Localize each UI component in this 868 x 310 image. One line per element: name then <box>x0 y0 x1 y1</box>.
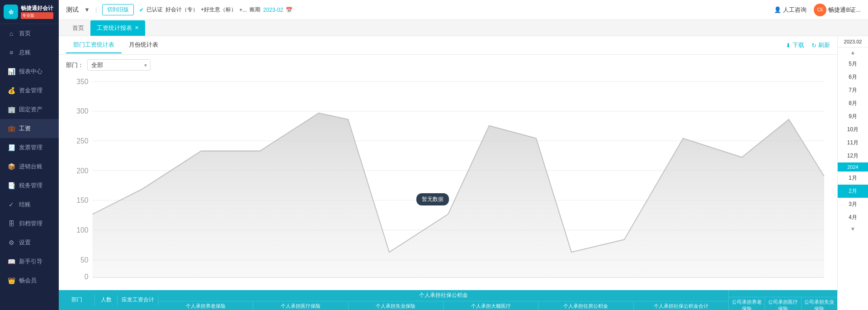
date-nav-up[interactable]: ▲ <box>838 48 868 57</box>
tooltip-text: 暂无数据 <box>422 196 443 202</box>
svg-text:50: 50 <box>80 255 88 264</box>
salary-icon: 💼 <box>7 125 15 132</box>
header-status: ✔ 已认证 好会计（专） +好生意（标） +... 账期 2023-02 📅 <box>139 6 292 14</box>
svg-text:250: 250 <box>76 136 88 145</box>
company-group-children: 公司承担养老保险 公司承担医疗保险 公司承担失业保险 <box>729 297 837 310</box>
sidebar-label-guide: 新手引导 <box>19 258 42 266</box>
sidebar-label-reports: 报表中心 <box>19 67 42 76</box>
sub-tab-dept[interactable]: 部门工资统计表 <box>66 37 122 53</box>
sidebar-label-trade: 进销台账 <box>19 162 42 171</box>
toolbar: 部门： 全部 财务部 销售部 技术部 ▼ <box>59 55 837 75</box>
svg-text:300: 300 <box>76 107 88 115</box>
sidebar-label-archive: 归档管理 <box>19 219 42 228</box>
sidebar-item-settle[interactable]: ✓ 结账 <box>0 195 59 214</box>
date-month-10[interactable]: 10月 <box>838 123 868 136</box>
sidebar-item-settings[interactable]: ⚙ 设置 <box>0 233 59 252</box>
tab-home[interactable]: 首页 <box>66 20 90 36</box>
sidebar-item-home[interactable]: ⌂ 首页 <box>0 24 59 43</box>
tab-close-icon[interactable]: ✕ <box>135 25 139 31</box>
support-btn[interactable]: 👤 人工咨询 <box>774 6 807 14</box>
sidebar-label-settle: 结账 <box>19 200 31 209</box>
toolbar-right: ⬇ 下载 ↻ 刷新 <box>786 41 830 49</box>
good-account-label: 好会计（专） <box>165 6 198 14</box>
member-icon: 👑 <box>7 277 15 284</box>
sidebar-item-assets[interactable]: 🏢 固定资产 <box>0 100 59 119</box>
svg-text:150: 150 <box>76 196 88 205</box>
col-salary-total: 应发工资合计 <box>118 295 158 305</box>
sidebar-item-invoice[interactable]: 🧾 发票管理 <box>0 138 59 157</box>
date-month-5[interactable]: 5月 <box>838 57 868 71</box>
col-company-unemploy: 公司承担失业保险 <box>802 297 837 310</box>
certified-label: 已认证 <box>146 6 163 14</box>
date-month-mar[interactable]: 3月 <box>838 198 868 211</box>
settle-icon: ✓ <box>7 201 15 208</box>
sidebar-item-reports[interactable]: 📊 报表中心 <box>0 62 59 81</box>
sidebar-item-archive[interactable]: 🗄 归档管理 <box>0 214 59 233</box>
date-nav-down[interactable]: ▼ <box>838 224 868 234</box>
sidebar-item-trade[interactable]: 📦 进销台账 <box>0 157 59 176</box>
date-month-apr[interactable]: 4月 <box>838 211 868 224</box>
svg-text:100: 100 <box>76 225 88 234</box>
svg-text:0: 0 <box>85 272 89 281</box>
col-personal-medical: 个人承担医疗保险 <box>253 301 348 310</box>
sidebar-item-member[interactable]: 👑 畅会员 <box>0 271 59 290</box>
date-month-feb[interactable]: 2月 <box>838 185 868 198</box>
assets-icon: 🏢 <box>7 106 15 113</box>
dept-select[interactable]: 全部 财务部 销售部 技术部 <box>87 59 151 71</box>
refresh-btn[interactable]: ↻ 刷新 <box>811 41 830 49</box>
tab-salary-label: 工资统计报表 <box>97 24 132 32</box>
sidebar-label-salary: 工资 <box>19 124 31 133</box>
sidebar-item-ledger[interactable]: ≡ 总账 <box>0 43 59 62</box>
sidebar-item-guide[interactable]: 📖 新手引导 <box>0 252 59 271</box>
archive-icon: 🗄 <box>7 220 15 227</box>
calendar-icon[interactable]: 📅 <box>286 7 292 13</box>
col-people: 人数 <box>95 295 118 305</box>
sidebar-logo: 会 畅捷通好会计 专业版 <box>0 0 59 24</box>
chart-area: 350 300 250 200 150 100 50 0 <box>59 75 837 290</box>
date-month-7[interactable]: 7月 <box>838 84 868 97</box>
date-month-11[interactable]: 11月 <box>838 136 868 149</box>
header-right: 👤 人工咨询 CE 畅捷通B证... <box>774 4 861 16</box>
download-icon: ⬇ <box>786 42 791 49</box>
date-month-12[interactable]: 12月 <box>838 149 868 162</box>
svg-text:350: 350 <box>76 77 88 86</box>
app-logo-icon: 会 <box>4 5 18 19</box>
guide-icon: 📖 <box>7 258 15 265</box>
top-header: 测试 ▼ | 切到旧版 ✔ 已认证 好会计（专） +好生意（标） +... 账期… <box>59 0 868 20</box>
company-dropdown[interactable]: ▼ <box>84 6 90 13</box>
user-info[interactable]: CE 畅捷通B证... <box>814 4 861 16</box>
date-month-9[interactable]: 9月 <box>838 110 868 123</box>
area-chart-svg: 350 300 250 200 150 100 50 0 <box>66 75 830 290</box>
date-month-8[interactable]: 8月 <box>838 97 868 110</box>
svg-text:200: 200 <box>76 166 88 175</box>
personal-group-children: 个人承担养老保险 个人承担医疗保险 个人承担失业保险 个人承担大额医疗 个人承担… <box>158 301 728 310</box>
download-btn[interactable]: ⬇ 下载 <box>786 41 804 49</box>
reports-icon: 📊 <box>7 68 15 75</box>
sidebar-item-tax[interactable]: 📑 税务管理 <box>0 176 59 195</box>
personal-group-label: 个人承担社保公积金 <box>158 290 728 301</box>
sidebar-item-funds[interactable]: 💰 资金管理 <box>0 81 59 100</box>
col-personal-housing: 个人承担住房公积金 <box>538 301 633 310</box>
sub-tab-monthly-label: 月份统计表 <box>129 41 158 48</box>
personal-group: 个人承担社保公积金 个人承担养老保险 个人承担医疗保险 个人承担失业保险 个人承… <box>158 290 729 310</box>
col-dept: 部门 <box>59 295 95 305</box>
sidebar-item-salary[interactable]: 💼 工资 <box>0 119 59 138</box>
certified-badge: ✔ <box>139 7 144 13</box>
home-icon: ⌂ <box>7 30 15 37</box>
user-label: 畅捷通B证... <box>828 6 861 14</box>
date-month-6[interactable]: 6月 <box>838 71 868 84</box>
sub-tabs: 部门工资统计表 月份统计表 <box>66 36 165 54</box>
switch-old-btn[interactable]: 切到旧版 <box>102 4 134 15</box>
col-personal-total: 个人承担社保公积金合计 <box>634 301 728 310</box>
date-year-2024: 2024 <box>838 162 868 172</box>
ledger-icon: ≡ <box>7 49 15 56</box>
tab-salary-report[interactable]: 工资统计报表 ✕ <box>90 20 145 36</box>
col-personal-pension: 个人承担养老保险 <box>158 301 253 310</box>
sidebar-label-ledger: 总账 <box>19 48 31 57</box>
dept-filter-label: 部门： <box>66 61 84 69</box>
sub-tab-monthly[interactable]: 月份统计表 <box>122 37 165 53</box>
date-month-jan[interactable]: 1月 <box>838 172 868 185</box>
support-icon: 👤 <box>774 6 781 13</box>
period-value: 2023-02 <box>263 7 283 13</box>
sidebar-label-settings: 设置 <box>19 238 31 247</box>
